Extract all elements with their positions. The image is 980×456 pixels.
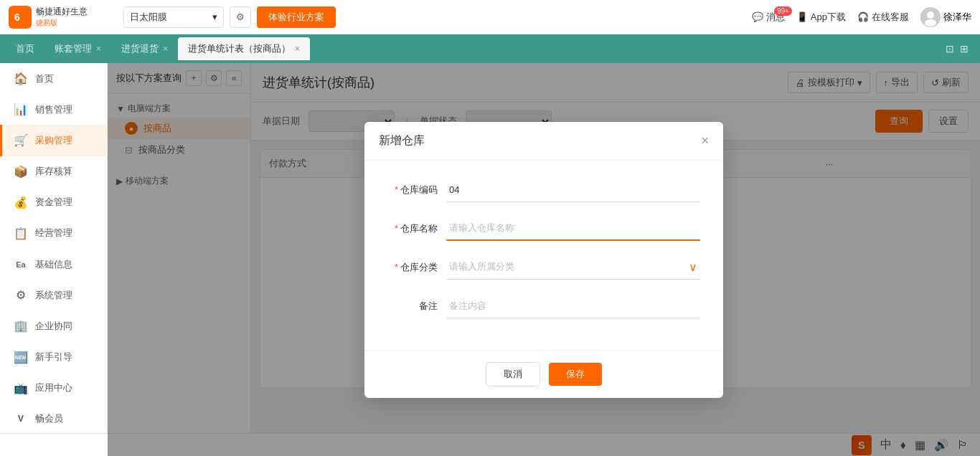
sidebar-item-inventory[interactable]: 📦 库存核算 xyxy=(0,156,107,187)
enterprise-icon: 🏢 xyxy=(14,319,28,333)
nav-right: 💬 消息 99+ 📱 App下载 🎧 在线客服 徐泽华 xyxy=(752,7,971,27)
inventory-icon: 📦 xyxy=(14,164,28,179)
tab-purchase-stats-label: 进货单统计表（按商品） xyxy=(188,42,291,55)
app-logo-icon: 6 xyxy=(9,6,32,29)
warehouse-code-label: 仓库编码 xyxy=(387,184,438,196)
tab-bar: 首页 账套管理 × 进货退货 × 进货单统计表（按商品） × ⊡ ⊞ xyxy=(0,34,980,63)
sidebar-item-member[interactable]: V 畅会员 xyxy=(0,404,107,434)
warehouse-name-input[interactable] xyxy=(446,217,700,241)
app-name: 畅捷通好生意 xyxy=(36,6,88,18)
sidebar-item-home[interactable]: 🏠 首页 xyxy=(0,63,107,94)
logo-area: 6 畅捷通好生意 捷易版 xyxy=(9,6,116,29)
sales-icon: 📊 xyxy=(14,103,28,117)
tab-account-close[interactable]: × xyxy=(96,44,101,54)
sidebar-system-label: 系统管理 xyxy=(35,289,72,302)
message-nav-item[interactable]: 💬 消息 99+ xyxy=(752,11,785,24)
new-warehouse-modal: 新增仓库 × 仓库编码 仓库名称 仓库分类 xyxy=(364,122,723,398)
home-icon: 🏠 xyxy=(14,72,28,86)
sidebar-item-system[interactable]: ⚙ 系统管理 xyxy=(0,280,107,310)
sidebar-item-app-center[interactable]: 📺 应用中心 xyxy=(0,373,107,404)
warehouse-code-input[interactable] xyxy=(446,178,700,202)
operations-icon: 📋 xyxy=(14,226,28,240)
sidebar-enterprise-label: 企业协同 xyxy=(35,320,72,333)
svg-point-2 xyxy=(927,11,934,19)
modal-header: 新增仓库 × xyxy=(364,122,723,161)
online-service-nav-item[interactable]: 🎧 在线客服 xyxy=(857,11,909,24)
remark-label: 备注 xyxy=(387,300,438,313)
tab-purchase-return-label: 进货退货 xyxy=(121,42,159,55)
sidebar-item-basic[interactable]: Ea 基础信息 xyxy=(0,249,107,280)
sidebar-item-finance[interactable]: 💰 资金管理 xyxy=(0,187,107,218)
mobile-icon: 📱 xyxy=(796,11,808,22)
cancel-button[interactable]: 取消 xyxy=(486,362,540,386)
modal-overlay[interactable]: 新增仓库 × 仓库编码 仓库名称 仓库分类 xyxy=(108,63,980,456)
experience-button[interactable]: 体验行业方案 xyxy=(257,6,336,28)
basic-icon: Ea xyxy=(14,257,28,272)
message-badge: 99+ xyxy=(774,6,792,16)
sidebar-item-operations[interactable]: 📋 经营管理 xyxy=(0,218,107,249)
user-profile[interactable]: 徐泽华 xyxy=(920,7,971,27)
online-service-label: 在线客服 xyxy=(872,11,909,24)
warehouse-name-label: 仓库名称 xyxy=(387,222,438,235)
remark-input[interactable] xyxy=(446,294,700,318)
tab-right-controls: ⊡ ⊞ xyxy=(946,43,974,54)
sidebar-app-center-label: 应用中心 xyxy=(35,381,72,394)
store-selector-arrow: ▾ xyxy=(212,11,217,22)
sidebar-member-label: 畅会员 xyxy=(35,412,63,425)
main-layout: 🏠 首页 📊 销售管理 🛒 采购管理 📦 库存核算 💰 资金管理 📋 经营管理 … xyxy=(0,63,980,456)
form-row-name: 仓库名称 xyxy=(387,217,700,241)
warehouse-category-arrow: ∨ xyxy=(689,260,697,274)
tab-purchase-return[interactable]: 进货退货 × xyxy=(111,37,178,60)
sidebar-inventory-label: 库存核算 xyxy=(35,165,72,178)
form-row-remark: 备注 xyxy=(387,294,700,318)
sidebar-item-sales[interactable]: 📊 销售管理 xyxy=(0,94,107,125)
logo-text-area: 畅捷通好生意 捷易版 xyxy=(36,6,88,28)
message-icon: 💬 xyxy=(752,11,763,22)
tab-purchase-stats-close[interactable]: × xyxy=(295,44,300,54)
top-nav: 6 畅捷通好生意 捷易版 日太阳膜 ▾ ⚙ 体验行业方案 💬 消息 99+ 📱 … xyxy=(0,0,980,34)
tab-purchase-return-close[interactable]: × xyxy=(163,44,168,54)
app-download-nav-item[interactable]: 📱 App下载 xyxy=(796,11,846,24)
app-sub-name: 捷易版 xyxy=(36,18,88,28)
tab-home-label: 首页 xyxy=(16,42,34,55)
app-download-label: App下载 xyxy=(811,11,846,24)
content-area: 按以下方案查询 + ⚙ « ▼ 电脑端方案 ● 按商品 ⊟ 按商 xyxy=(108,63,980,456)
warehouse-category-select[interactable]: 请输入所属分类 ∨ xyxy=(446,255,700,280)
guide-icon: 🆕 xyxy=(14,350,28,364)
search-area: 日太阳膜 ▾ ⚙ 体验行业方案 xyxy=(123,6,336,28)
sidebar-basic-label: 基础信息 xyxy=(35,258,72,271)
modal-title: 新增仓库 xyxy=(379,133,425,148)
warehouse-category-placeholder: 请输入所属分类 xyxy=(449,260,514,273)
tab-restore-btn[interactable]: ⊡ xyxy=(946,43,954,54)
sidebar-item-enterprise[interactable]: 🏢 企业协同 xyxy=(0,310,107,341)
sidebar-item-guide[interactable]: 🆕 新手引导 xyxy=(0,342,107,373)
app-center-icon: 📺 xyxy=(14,381,28,395)
sidebar-finance-label: 资金管理 xyxy=(35,196,72,209)
form-row-code: 仓库编码 xyxy=(387,178,700,202)
store-name: 日太阳膜 xyxy=(130,11,167,24)
warehouse-category-label: 仓库分类 xyxy=(387,261,438,274)
modal-footer: 取消 保存 xyxy=(364,350,723,398)
tab-account[interactable]: 账套管理 × xyxy=(44,37,111,60)
sidebar-purchase-label: 采购管理 xyxy=(35,134,72,147)
sidebar-home-label: 首页 xyxy=(35,72,54,85)
modal-close-btn[interactable]: × xyxy=(701,134,709,147)
save-button[interactable]: 保存 xyxy=(549,363,602,386)
svg-point-3 xyxy=(925,19,936,27)
sidebar-sales-label: 销售管理 xyxy=(35,103,72,116)
form-row-category: 仓库分类 请输入所属分类 ∨ xyxy=(387,255,700,280)
tab-expand-btn[interactable]: ⊞ xyxy=(960,43,969,54)
svg-text:6: 6 xyxy=(14,11,20,23)
sidebar-operations-label: 经营管理 xyxy=(35,227,72,239)
store-selector[interactable]: 日太阳膜 ▾ xyxy=(123,6,224,28)
sidebar-guide-label: 新手引导 xyxy=(35,351,72,364)
system-icon: ⚙ xyxy=(14,288,28,303)
tab-account-label: 账套管理 xyxy=(55,42,92,55)
sidebar-item-purchase[interactable]: 🛒 采购管理 xyxy=(0,125,107,156)
gear-button[interactable]: ⚙ xyxy=(230,6,251,28)
member-icon: V xyxy=(14,412,28,426)
modal-body: 仓库编码 仓库名称 仓库分类 请输入所属分类 ∨ xyxy=(364,161,723,350)
tab-purchase-stats[interactable]: 进货单统计表（按商品） × xyxy=(178,37,310,60)
tab-home[interactable]: 首页 xyxy=(6,37,44,60)
purchase-icon: 🛒 xyxy=(14,133,28,148)
